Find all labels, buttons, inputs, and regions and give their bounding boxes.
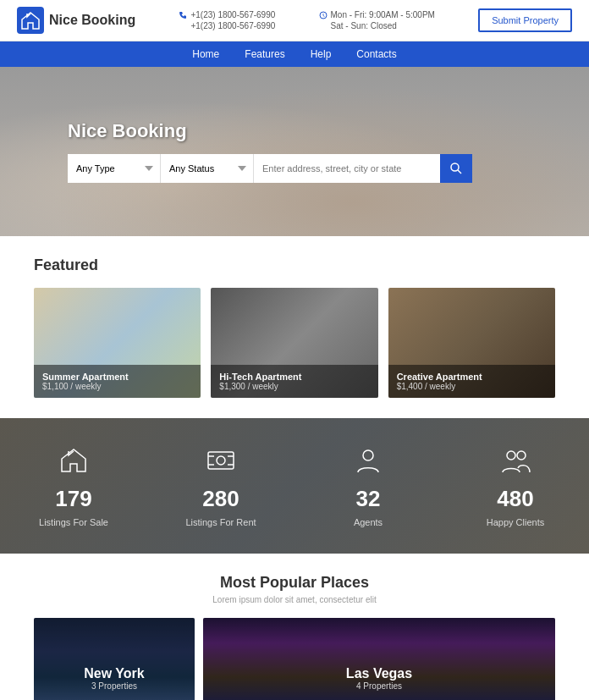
search-button[interactable] — [440, 154, 472, 183]
house-icon — [58, 444, 90, 481]
logo: Nice Booking — [17, 7, 135, 34]
logo-icon — [17, 7, 44, 34]
phone-icon — [179, 11, 187, 19]
nav-home[interactable]: Home — [192, 48, 219, 60]
svg-point-2 — [451, 163, 459, 171]
phone1: +1(23) 1800-567-6990 — [179, 10, 275, 19]
stat-number-sale: 179 — [55, 486, 91, 512]
place-city-ny: New York — [84, 666, 144, 681]
place-text-ny: New York 3 Properties — [84, 666, 144, 700]
card-price-3: $1,400 / weekly — [397, 382, 547, 391]
hours-info: Mon - Fri: 9:00AM - 5:00PM Sat - Sun: Cl… — [319, 10, 435, 30]
nav-help[interactable]: Help — [311, 48, 332, 60]
card-price-2: $1,300 / weekly — [219, 382, 369, 391]
places-title: Most Popular Places — [34, 574, 555, 592]
card-name-1: Summer Apartment — [42, 372, 192, 382]
card-overlay-2: Hi-Tech Apartment $1,300 / weekly — [211, 365, 377, 398]
stat-clients: 480 Happy Clients — [442, 444, 589, 527]
place-card-las-vegas[interactable]: Las Vegas 4 Properties — [203, 618, 555, 700]
svg-line-3 — [458, 170, 461, 174]
place-card-new-york[interactable]: New York 3 Properties — [34, 618, 195, 700]
hero-title: Nice Booking — [68, 120, 521, 142]
featured-card-1[interactable]: Summer Apartment $1,100 / weekly — [34, 288, 201, 398]
search-bar: Any Type Apartment House Commercial Any … — [68, 154, 521, 183]
type-select[interactable]: Any Type Apartment House Commercial — [68, 154, 161, 183]
svg-point-11 — [507, 451, 515, 460]
stat-listings-rent: 280 Listings For Rent — [147, 444, 294, 527]
stat-number-clients: 480 — [497, 486, 533, 512]
hours-weekend: Sat - Sun: Closed — [319, 21, 435, 30]
status-select[interactable]: Any Status For Sale For Rent — [161, 154, 254, 183]
phone2: +1(23) 1800-567-6990 — [179, 21, 275, 30]
card-overlay-3: Creative Apartment $1,400 / weekly — [388, 365, 555, 398]
contact-info: +1(23) 1800-567-6990 +1(23) 1800-567-699… — [179, 10, 275, 30]
nav-features[interactable]: Features — [245, 48, 284, 60]
card-price-1: $1,100 / weekly — [42, 382, 192, 391]
submit-property-button[interactable]: Submit Property — [478, 8, 572, 32]
svg-rect-4 — [208, 452, 234, 469]
stat-label-rent: Listings For Rent — [185, 517, 256, 527]
clock-icon — [319, 11, 328, 19]
agent-icon — [352, 444, 384, 481]
places-top-row: New York 3 Properties Las Vegas 4 Proper… — [34, 618, 555, 700]
stat-label-clients: Happy Clients — [487, 517, 544, 527]
search-icon — [449, 162, 463, 175]
logo-text: Nice Booking — [49, 13, 135, 28]
card-overlay-1: Summer Apartment $1,100 / weekly — [34, 365, 201, 398]
svg-point-12 — [517, 451, 526, 460]
main-nav: Home Features Help Contacts — [0, 41, 589, 67]
place-text-lv: Las Vegas 4 Properties — [346, 666, 412, 700]
place-props-lv: 4 Properties — [346, 681, 412, 691]
site-header: Nice Booking +1(23) 1800-567-6990 +1(23)… — [0, 0, 589, 41]
stat-number-agents: 32 — [356, 486, 381, 512]
money-icon — [205, 444, 237, 481]
popular-places-section: Most Popular Places Lorem ipsum dolor si… — [0, 554, 589, 700]
search-input[interactable] — [254, 154, 440, 183]
stats-section: 179 Listings For Sale 280 Listings For R… — [0, 418, 589, 554]
featured-title: Featured — [34, 256, 555, 274]
stat-label-sale: Listings For Sale — [39, 517, 108, 527]
stat-listings-sale: 179 Listings For Sale — [0, 444, 147, 527]
card-name-3: Creative Apartment — [397, 372, 547, 382]
stat-number-rent: 280 — [202, 486, 239, 512]
nav-contacts[interactable]: Contacts — [356, 48, 396, 60]
svg-point-5 — [217, 456, 225, 465]
hero-section: Nice Booking Any Type Apartment House Co… — [0, 67, 589, 236]
featured-section: Featured Summer Apartment $1,100 / weekl… — [0, 236, 589, 418]
svg-rect-0 — [17, 7, 44, 34]
featured-card-2[interactable]: Hi-Tech Apartment $1,300 / weekly — [211, 288, 377, 398]
clients-icon — [499, 444, 531, 481]
place-city-lv: Las Vegas — [346, 666, 412, 681]
featured-grid: Summer Apartment $1,100 / weekly Hi-Tech… — [34, 288, 555, 398]
hours-weekday: Mon - Fri: 9:00AM - 5:00PM — [319, 10, 435, 19]
place-props-ny: 3 Properties — [84, 681, 144, 691]
places-subtitle: Lorem ipsum dolor sit amet, consectetur … — [34, 595, 555, 604]
card-name-2: Hi-Tech Apartment — [219, 372, 369, 382]
stat-agents: 32 Agents — [294, 444, 442, 527]
featured-card-3[interactable]: Creative Apartment $1,400 / weekly — [388, 288, 555, 398]
stat-label-agents: Agents — [354, 517, 383, 527]
svg-point-10 — [363, 450, 373, 460]
